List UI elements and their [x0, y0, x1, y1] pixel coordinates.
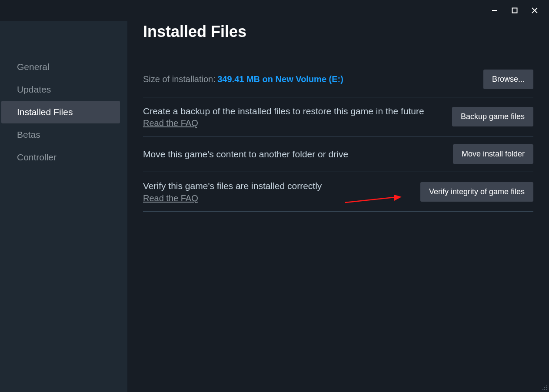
backup-faq-link[interactable]: Read the FAQ [143, 118, 198, 128]
svg-point-9 [542, 389, 543, 390]
sidebar: General Updates Installed Files Betas Co… [0, 21, 127, 392]
sidebar-item-controller[interactable]: Controller [1, 146, 120, 169]
browse-button[interactable]: Browse... [483, 70, 533, 89]
minimize-button[interactable] [485, 0, 505, 21]
resize-grip[interactable] [540, 383, 547, 390]
size-text: Size of installation: 349.41 MB on New V… [143, 74, 466, 84]
resize-grip-icon [540, 383, 547, 390]
page-title: Installed Files [143, 23, 533, 41]
minimize-icon [492, 7, 498, 13]
svg-point-6 [546, 385, 547, 386]
titlebar [0, 0, 549, 21]
verify-button[interactable]: Verify integrity of game files [420, 182, 533, 202]
svg-point-7 [544, 387, 545, 388]
body: General Updates Installed Files Betas Co… [0, 21, 549, 392]
backup-button[interactable]: Backup game files [452, 107, 533, 126]
move-button[interactable]: Move install folder [453, 144, 533, 164]
maximize-icon [512, 7, 518, 13]
sidebar-item-installed-files[interactable]: Installed Files [1, 101, 120, 123]
backup-row: Create a backup of the installed files t… [143, 97, 533, 136]
svg-point-10 [544, 389, 545, 390]
size-label: Size of installation: [143, 74, 216, 84]
move-text: Move this game's content to another fold… [143, 148, 436, 160]
svg-point-11 [546, 389, 547, 390]
move-row: Move this game's content to another fold… [143, 136, 533, 172]
sidebar-item-updates[interactable]: Updates [1, 78, 120, 101]
backup-desc: Create a backup of the installed files t… [143, 105, 435, 117]
backup-text: Create a backup of the installed files t… [143, 105, 435, 128]
close-icon [531, 7, 538, 14]
svg-rect-1 [512, 8, 517, 13]
properties-window: General Updates Installed Files Betas Co… [0, 0, 549, 392]
verify-faq-link[interactable]: Read the FAQ [143, 193, 198, 203]
main-content: Installed Files Size of installation: 34… [127, 21, 549, 392]
close-button[interactable] [525, 0, 545, 21]
size-value: 349.41 MB on New Volume (E:) [217, 74, 343, 84]
verify-desc: Verify this game's files are installed c… [143, 180, 403, 192]
sidebar-item-general[interactable]: General [1, 56, 120, 78]
maximize-button[interactable] [505, 0, 525, 21]
sidebar-item-betas[interactable]: Betas [1, 123, 120, 146]
move-desc: Move this game's content to another fold… [143, 148, 436, 160]
size-row: Size of installation: 349.41 MB on New V… [143, 62, 533, 97]
verify-text: Verify this game's files are installed c… [143, 180, 403, 203]
verify-row: Verify this game's files are installed c… [143, 172, 533, 211]
svg-point-8 [546, 387, 547, 388]
